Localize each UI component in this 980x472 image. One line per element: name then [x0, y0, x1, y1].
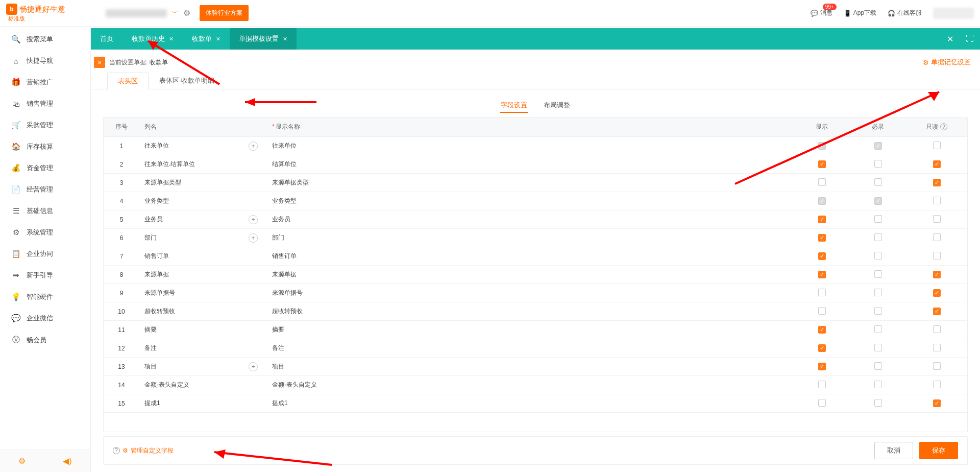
nav-item-3[interactable]: 🛍销售管理 [0, 93, 90, 114]
user-avatar[interactable] [933, 8, 974, 19]
cell-display[interactable]: 来源单据 [267, 270, 794, 279]
nav-item-4[interactable]: 🛒采购管理 [0, 114, 90, 136]
help-icon[interactable]: ? [113, 447, 120, 454]
checkbox[interactable] [874, 344, 882, 351]
area-tab-header[interactable]: 表头区 [107, 73, 149, 90]
checkbox[interactable] [933, 271, 941, 278]
settings-icon[interactable]: ⚙ [18, 456, 26, 466]
nav-item-12[interactable]: 💡智能硬件 [0, 286, 90, 308]
checkbox[interactable] [933, 233, 941, 241]
checkbox[interactable] [933, 325, 941, 333]
checkbox[interactable] [874, 381, 882, 388]
nav-item-5[interactable]: 🏠库存核算 [0, 136, 90, 157]
checkbox[interactable] [933, 362, 941, 370]
service-link[interactable]: 🎧 在线客服 [888, 9, 922, 17]
area-tab-body[interactable]: 表体区-收款单明细 [149, 72, 225, 89]
memory-settings-link[interactable]: ⚙ 单据记忆设置 [923, 58, 971, 67]
checkbox[interactable] [818, 271, 826, 278]
checkbox[interactable] [933, 160, 941, 168]
cell-display[interactable]: 提成1 [267, 399, 794, 408]
nav-item-6[interactable]: 💰资金管理 [0, 157, 90, 179]
cancel-button[interactable]: 取消 [874, 442, 913, 459]
checkbox[interactable] [933, 252, 941, 259]
tab-close-icon[interactable]: ✕ [283, 36, 287, 42]
checkbox[interactable] [933, 381, 941, 388]
nav-item-1[interactable]: ⌂快捷导航 [0, 50, 90, 72]
tab-close-icon[interactable]: ✕ [216, 36, 220, 42]
sub-tab-layout[interactable]: 布局调整 [543, 99, 571, 113]
checkbox[interactable] [818, 307, 826, 315]
cell-display[interactable]: 部门 [267, 233, 794, 242]
manage-custom-fields-link[interactable]: ? ⚙ 管理自定义字段 [113, 446, 174, 455]
cell-display[interactable]: 业务员 [267, 215, 794, 224]
checkbox[interactable] [818, 326, 826, 334]
trial-button[interactable]: 体验行业方案 [200, 5, 249, 21]
gear-icon[interactable]: ⚙ [183, 8, 190, 18]
checkbox[interactable] [874, 270, 882, 278]
app-download-link[interactable]: 📱 App下载 [844, 9, 876, 17]
checkbox[interactable] [874, 307, 882, 315]
cell-display[interactable]: 来源单据类型 [267, 178, 794, 187]
checkbox[interactable] [818, 252, 826, 260]
cell-display[interactable]: 项目 [267, 362, 794, 371]
tab-close-icon[interactable]: ✕ [169, 36, 174, 42]
tab-0[interactable]: 首页 [91, 28, 122, 50]
panel-toggle[interactable]: » [94, 57, 105, 68]
checkbox[interactable] [818, 216, 826, 223]
nav-item-8[interactable]: ☰基础信息 [0, 200, 90, 222]
checkbox[interactable] [933, 308, 941, 315]
tab-2[interactable]: 收款单✕ [183, 28, 230, 50]
add-field-button[interactable]: + [249, 362, 258, 371]
checkbox[interactable] [933, 215, 941, 223]
cell-display[interactable]: 结算单位 [267, 160, 794, 169]
tab-1[interactable]: 收款单历史✕ [122, 28, 183, 50]
cell-display[interactable]: 备注 [267, 344, 794, 352]
collapse-icon[interactable]: ◀) [63, 456, 71, 466]
checkbox[interactable] [874, 252, 882, 259]
checkbox[interactable] [874, 178, 882, 186]
checkbox[interactable] [818, 289, 826, 296]
help-icon[interactable]: ? [940, 123, 947, 130]
nav-item-11[interactable]: ➡新手引导 [0, 265, 90, 286]
nav-item-14[interactable]: Ⓥ畅会员 [0, 329, 90, 351]
tab-close-icon[interactable]: ✕ [941, 28, 960, 50]
nav-item-0[interactable]: 🔍搜索菜单 [0, 29, 90, 50]
checkbox[interactable] [818, 363, 826, 370]
add-field-button[interactable]: + [249, 215, 258, 224]
tab-3[interactable]: 单据模板设置✕ [230, 28, 297, 50]
checkbox[interactable] [933, 179, 941, 186]
checkbox[interactable] [933, 344, 941, 351]
checkbox[interactable] [933, 197, 941, 204]
checkbox[interactable] [933, 399, 941, 407]
checkbox[interactable] [874, 362, 882, 370]
checkbox[interactable] [818, 178, 826, 186]
checkbox[interactable] [874, 160, 882, 168]
fullscreen-icon[interactable]: ⛶ [960, 28, 980, 50]
nav-item-10[interactable]: 📋企业协同 [0, 243, 90, 265]
checkbox[interactable] [818, 399, 826, 407]
checkbox[interactable] [933, 289, 941, 297]
cell-display[interactable]: 来源单据号 [267, 289, 794, 297]
checkbox[interactable] [874, 289, 882, 296]
checkbox[interactable] [874, 233, 882, 241]
checkbox[interactable] [818, 344, 826, 352]
save-button[interactable]: 保存 [919, 442, 958, 459]
checkbox[interactable] [933, 141, 941, 149]
checkbox[interactable] [818, 381, 826, 388]
checkbox[interactable] [874, 325, 882, 333]
checkbox[interactable] [818, 234, 826, 242]
cell-display[interactable]: 摘要 [267, 325, 794, 334]
org-selector[interactable]: ﹀ [106, 9, 178, 17]
checkbox[interactable] [874, 215, 882, 223]
cell-display[interactable]: 业务类型 [267, 197, 794, 205]
nav-item-13[interactable]: 💬企业微信 [0, 308, 90, 329]
checkbox[interactable] [818, 160, 826, 168]
cell-display[interactable]: 销售订单 [267, 252, 794, 261]
messages-link[interactable]: 💬 消息 99+ [811, 9, 832, 17]
nav-item-2[interactable]: 🎁营销推广 [0, 72, 90, 93]
nav-item-7[interactable]: 📄经营管理 [0, 179, 90, 200]
cell-display[interactable]: 往来单位 [267, 141, 794, 150]
add-field-button[interactable]: + [249, 233, 258, 243]
sub-tab-fields[interactable]: 字段设置 [500, 99, 528, 113]
add-field-button[interactable]: + [249, 141, 258, 151]
